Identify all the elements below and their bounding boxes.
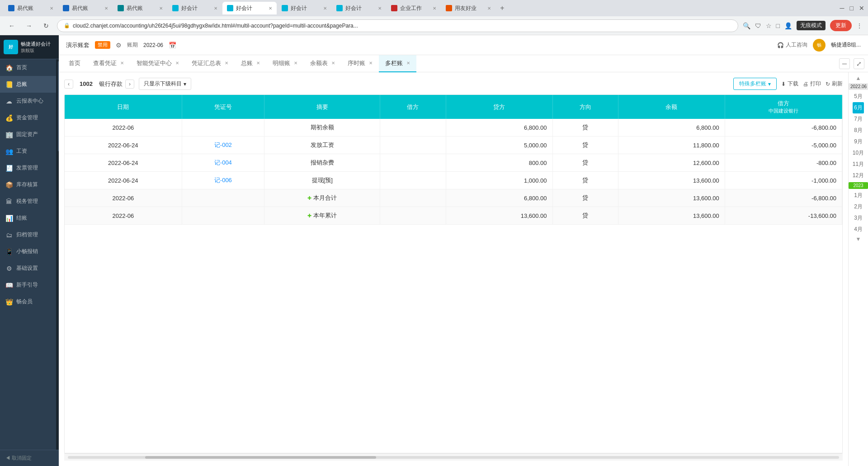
minimize-button[interactable]: ─	[840, 5, 844, 12]
calendar-month[interactable]: 12月	[853, 170, 864, 181]
table-wrapper[interactable]: 日期 凭证号 摘要 借方 贷方 方向 余额 借方 中国建设银行	[65, 95, 842, 453]
star-icon[interactable]: ☆	[766, 22, 772, 29]
special-multi-col-button[interactable]: 特殊多栏账 ▾	[733, 78, 777, 90]
calendar-month[interactable]: 5月	[853, 91, 864, 102]
tab-balance-close[interactable]: ✕	[331, 61, 335, 66]
calendar-month[interactable]: 8月	[853, 125, 864, 136]
browser-tab-9[interactable]: 用友好业 ✕	[441, 2, 495, 14]
calendar-month-2023[interactable]: 1月	[854, 190, 863, 201]
back-button[interactable]: ←	[5, 19, 18, 32]
tab-close-9[interactable]: ✕	[487, 6, 491, 11]
restore-button[interactable]: □	[850, 5, 854, 12]
tab-multi-column-close[interactable]: ✕	[406, 61, 410, 66]
tab-vouchers-close[interactable]: ✕	[120, 61, 124, 66]
tab-close-4[interactable]: ✕	[214, 6, 217, 11]
tab-general-ledger-close[interactable]: ✕	[256, 61, 260, 66]
voucher-link[interactable]: 记-006	[214, 177, 232, 184]
tab-close-6[interactable]: ✕	[323, 6, 327, 11]
browser-tab-3[interactable]: 易代账 ✕	[113, 2, 167, 14]
sidebar-item-tax[interactable]: 🏛 税务管理	[0, 193, 56, 210]
calendar-icon[interactable]: 📅	[169, 42, 176, 49]
consultant-button[interactable]: 🎧 人工咨询	[777, 41, 807, 49]
close-button[interactable]: ✕	[859, 5, 864, 12]
tab-general-ledger[interactable]: 总账 ✕	[235, 55, 266, 72]
browser-tab-4[interactable]: 好会计 ✕	[168, 2, 222, 14]
browser-tab-1[interactable]: 易代账 ✕	[4, 2, 58, 14]
calendar-month-2023[interactable]: 3月	[854, 212, 863, 224]
sidebar-item-assets[interactable]: 🏢 固定资产	[0, 126, 56, 143]
menu-icon[interactable]: ⋮	[856, 22, 863, 29]
sidebar-item-funds[interactable]: 💰 资金管理	[0, 109, 56, 126]
shield-icon[interactable]: 🛡	[755, 22, 761, 29]
address-bar[interactable]: 🔒 cloud2.chanjet.com/accounting/uh26t264…	[57, 19, 738, 32]
sidebar-item-payroll[interactable]: 👥 工资	[0, 143, 56, 160]
tab-maximize-button[interactable]: ⤢	[854, 58, 864, 69]
calendar-month[interactable]: 9月	[853, 136, 864, 147]
sidebar-unpin-button[interactable]: ◀ 取消固定	[0, 450, 59, 466]
sidebar-item-inventory[interactable]: 📦 库存核算	[0, 176, 56, 193]
calendar-month-2023[interactable]: 4月	[854, 224, 863, 235]
calendar-month[interactable]: 10月	[853, 147, 864, 159]
sidebar-item-close[interactable]: 📊 结账	[0, 210, 56, 226]
browser-tab-6[interactable]: 好会计 ✕	[277, 2, 331, 14]
tab-close-7[interactable]: ✕	[378, 6, 382, 11]
sidebar-item-guide[interactable]: 📖 新手引导	[0, 277, 56, 293]
calendar-month[interactable]: 7月	[853, 113, 864, 125]
sidebar-item-invoice[interactable]: 🧾 发票管理	[0, 160, 56, 176]
voucher-link[interactable]: 记-002	[214, 141, 232, 148]
search-icon[interactable]: 🔍	[743, 22, 750, 29]
tab-close-1[interactable]: ✕	[50, 6, 53, 11]
tab-detail-ledger[interactable]: 明细账 ✕	[266, 55, 304, 72]
filter-dropdown[interactable]: 只显示下级科目 ▾	[139, 78, 191, 90]
tab-home[interactable]: 首页	[62, 55, 87, 72]
sidebar-item-member[interactable]: 👑 畅会员	[0, 293, 56, 310]
extensions-icon[interactable]: □	[776, 22, 780, 29]
tab-multi-column[interactable]: 多栏账 ✕	[379, 55, 416, 72]
tab-voucher-summary[interactable]: 凭证汇总表 ✕	[185, 55, 235, 72]
browser-tab-2[interactable]: 易代账 ✕	[58, 2, 113, 14]
forward-button[interactable]: →	[23, 19, 35, 32]
horizontal-scrollbar-thumb[interactable]	[145, 456, 377, 459]
tab-vouchers[interactable]: 查看凭证 ✕	[87, 55, 130, 72]
tab-smart-vouchers-close[interactable]: ✕	[175, 61, 179, 66]
tab-sequence-ledger-close[interactable]: ✕	[369, 61, 373, 66]
sidebar-item-archive[interactable]: 🗂 归档管理	[0, 226, 56, 243]
browser-tab-5[interactable]: 好会计 ✕	[222, 2, 277, 14]
tab-voucher-summary-close[interactable]: ✕	[225, 61, 228, 66]
bottom-scrollbar[interactable]	[64, 453, 843, 461]
update-button[interactable]: 更新	[830, 20, 852, 31]
wuhen-mode-button[interactable]: 无痕模式	[797, 21, 826, 30]
download-button[interactable]: ⬇ 下载	[781, 80, 798, 88]
print-button[interactable]: 🖨 打印	[803, 80, 821, 88]
new-tab-button[interactable]: +	[496, 2, 509, 14]
sidebar-item-settings[interactable]: ⚙ 基础设置	[0, 260, 56, 277]
profile-icon[interactable]: 👤	[784, 22, 792, 29]
sidebar-item-home[interactable]: 🏠 首页	[0, 59, 56, 76]
calendar-scroll-up[interactable]: ▲	[849, 74, 868, 82]
calendar-month[interactable]: 6月	[853, 102, 864, 113]
horizontal-scrollbar-track[interactable]	[68, 456, 839, 459]
tab-balance[interactable]: 余额表 ✕	[304, 55, 341, 72]
prev-account-button[interactable]: ‹	[64, 80, 73, 89]
tab-close-3[interactable]: ✕	[159, 6, 163, 11]
tab-smart-vouchers[interactable]: 智能凭证中心 ✕	[130, 55, 185, 72]
browser-tab-7[interactable]: 好会计 ✕	[332, 2, 386, 14]
sidebar-item-reports[interactable]: ☁ 云报表中心	[0, 93, 56, 109]
refresh-button[interactable]: ↻ 刷新	[826, 80, 843, 88]
calendar-month[interactable]: 11月	[853, 159, 864, 170]
sidebar-item-expense[interactable]: 📱 小畅报销	[0, 243, 56, 260]
tab-sequence-ledger[interactable]: 序时账 ✕	[341, 55, 379, 72]
tab-detail-ledger-close[interactable]: ✕	[294, 61, 297, 66]
tab-close-8[interactable]: ✕	[433, 6, 436, 11]
account-settings-icon[interactable]: ⚙	[116, 42, 122, 49]
tab-minimize-button[interactable]: ─	[839, 58, 850, 69]
tab-close-2[interactable]: ✕	[104, 6, 108, 11]
tab-close-5[interactable]: ✕	[269, 6, 272, 11]
calendar-month-2023[interactable]: 2月	[854, 201, 863, 212]
voucher-link[interactable]: 记-004	[214, 159, 232, 166]
sidebar-item-ledger[interactable]: 📒 总账	[0, 76, 56, 93]
calendar-scroll-down[interactable]: ▼	[849, 235, 868, 243]
account-tag[interactable]: 禁用	[95, 41, 110, 49]
reload-button[interactable]: ↻	[40, 19, 52, 32]
next-account-button[interactable]: ›	[125, 80, 134, 89]
